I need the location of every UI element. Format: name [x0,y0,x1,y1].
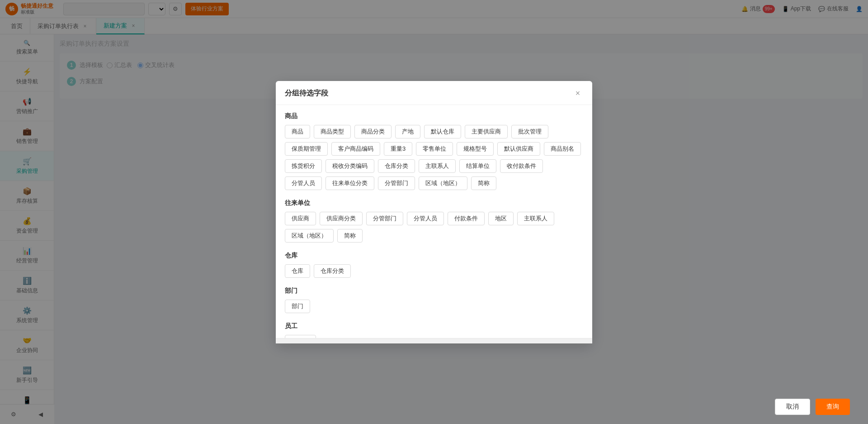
field-tag[interactable]: 重量3 [384,142,412,156]
field-tag[interactable]: 主要供应商 [465,125,508,138]
modal-overlay: 分组待选字段 × 商品商品商品类型商品分类产地默认仓库主要供应商批次管理保质期管… [0,0,868,424]
field-tag[interactable]: 区域（地区） [419,176,467,190]
field-group-部门: 部门部门 [285,287,583,313]
field-tag[interactable]: 供应商分类 [320,212,363,225]
field-tag[interactable]: 简称 [471,176,496,190]
field-tag[interactable]: 供应商 [285,212,316,225]
field-tag[interactable]: 规格型号 [457,142,494,156]
field-tag[interactable]: 批次管理 [511,125,548,138]
field-tag[interactable]: 仓库分类 [378,159,415,173]
field-group-title: 部门 [285,287,583,295]
field-group-仓库: 仓库仓库仓库分类 [285,252,583,278]
modal-footer: 取消 查询 [775,399,850,415]
field-tag[interactable]: 主联系人 [419,159,456,173]
modal-header: 分组待选字段 × [276,81,592,105]
field-tag[interactable]: 仓库分类 [314,264,351,278]
field-group-员工: 员工业务员 [285,322,583,338]
field-group-title: 仓库 [285,252,583,260]
field-tag[interactable]: 结算单位 [459,159,496,173]
field-group-title: 往来单位 [285,199,583,207]
field-tag[interactable]: 主联系人 [517,212,554,225]
field-tag[interactable]: 商品类型 [314,125,351,138]
modal-body: 商品商品商品类型商品分类产地默认仓库主要供应商批次管理保质期管理客户商品编码重量… [276,105,592,338]
field-tag[interactable]: 产地 [395,125,420,138]
field-tag[interactable]: 客户商品编码 [331,142,380,156]
modal-close-button[interactable]: × [572,88,583,99]
field-group-title: 商品 [285,112,583,120]
cancel-button[interactable]: 取消 [775,399,810,415]
field-tag[interactable]: 零售单位 [416,142,453,156]
field-tag[interactable]: 部门 [285,300,310,313]
field-tags: 供应商供应商分类分管部门分管人员付款条件地区主联系人区域（地区）简称 [285,212,583,243]
field-tags: 部门 [285,300,583,313]
field-tag[interactable]: 收付款条件 [500,159,543,173]
field-tag[interactable]: 商品分类 [354,125,392,138]
field-tag[interactable]: 简称 [337,229,363,243]
field-tag[interactable]: 分管部门 [378,176,415,190]
field-group-商品: 商品商品商品类型商品分类产地默认仓库主要供应商批次管理保质期管理客户商品编码重量… [285,112,583,190]
modal-title: 分组待选字段 [285,89,328,98]
field-tag[interactable]: 仓库 [285,264,310,278]
field-tag[interactable]: 业务员 [285,335,316,338]
field-group-往来单位: 往来单位供应商供应商分类分管部门分管人员付款条件地区主联系人区域（地区）简称 [285,199,583,243]
field-tags: 商品商品类型商品分类产地默认仓库主要供应商批次管理保质期管理客户商品编码重量3零… [285,125,583,190]
field-tag[interactable]: 分管人员 [407,212,444,225]
field-tag[interactable]: 税收分类编码 [326,159,374,173]
field-tag[interactable]: 区域（地区） [285,229,334,243]
field-tag[interactable]: 默认供应商 [497,142,540,156]
field-tag[interactable]: 分管部门 [366,212,403,225]
field-tags: 仓库仓库分类 [285,264,583,278]
field-tag[interactable]: 付款条件 [448,212,485,225]
modal-dialog: 分组待选字段 × 商品商品商品类型商品分类产地默认仓库主要供应商批次管理保质期管… [276,81,592,343]
field-tags: 业务员 [285,335,583,338]
field-tag[interactable]: 地区 [488,212,514,225]
field-tag[interactable]: 往来单位分类 [326,176,374,190]
field-tag[interactable]: 拣货积分 [285,159,322,173]
field-tag[interactable]: 默认仓库 [424,125,461,138]
field-tag[interactable]: 商品 [285,125,310,138]
field-tag[interactable]: 商品别名 [544,142,581,156]
field-tag[interactable]: 分管人员 [285,176,322,190]
confirm-button[interactable]: 查询 [816,399,850,415]
field-group-title: 员工 [285,322,583,330]
field-tag[interactable]: 保质期管理 [285,142,328,156]
modal-horizontal-scrollbar[interactable] [276,338,592,343]
